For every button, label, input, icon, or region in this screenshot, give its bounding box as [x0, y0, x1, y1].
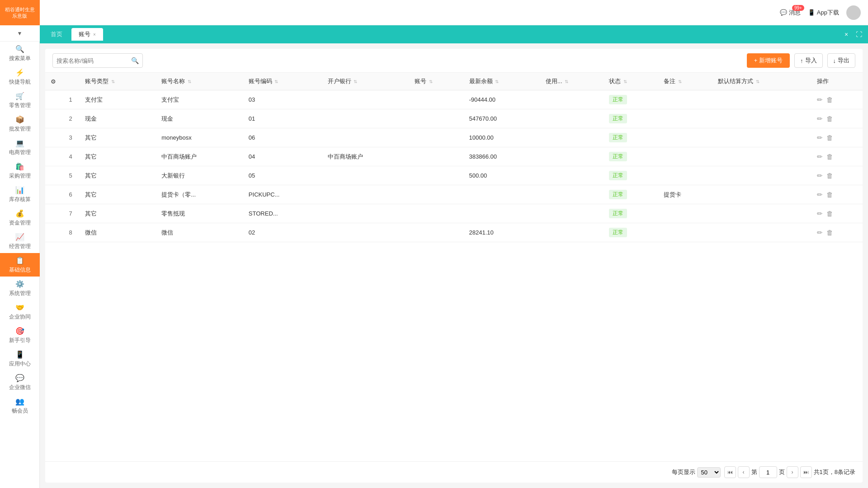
tab-account[interactable]: 账号×	[71, 28, 103, 41]
row-type-5: 其它	[80, 185, 156, 204]
delete-btn-5[interactable]: 🗑	[826, 191, 833, 198]
sidebar-item-ecommerce-mgmt[interactable]: 💻 电商管理	[0, 136, 40, 159]
sidebar-item-enterprise-agreement[interactable]: 🤝 企业协同	[0, 300, 40, 324]
close-window-button[interactable]: ×	[841, 29, 852, 40]
enterprise-wechat-icon: 💬	[15, 374, 24, 382]
col-balance[interactable]: 最新余额 ⇅	[464, 73, 540, 90]
row-default-payment-2	[712, 128, 811, 147]
row-default-payment-3	[712, 147, 811, 166]
sidebar-item-sys-mgmt[interactable]: ⚙️ 系统管理	[0, 277, 40, 300]
edit-btn-0[interactable]: ✏	[817, 96, 823, 104]
last-page-button[interactable]: ⏭	[800, 466, 812, 478]
toolbar: 🔍 + 新增账号 ↑ 导入 ↓ 导出	[45, 49, 863, 73]
sidebar-item-wholesale-mgmt[interactable]: 📦 批发管理	[0, 112, 40, 136]
row-bank-2	[322, 128, 410, 147]
basic-info-icon: 📋	[15, 256, 24, 265]
delete-btn-0[interactable]: 🗑	[826, 96, 833, 103]
col-type[interactable]: 账号类型 ⇅	[80, 73, 156, 90]
user-avatar[interactable]	[846, 5, 861, 20]
row-remark-1	[658, 109, 712, 128]
search-input[interactable]	[57, 57, 128, 64]
sidebar-dropdown[interactable]: ▼	[0, 25, 40, 42]
row-type-6: 其它	[80, 204, 156, 223]
row-remark-2	[658, 128, 712, 147]
search-box[interactable]: 🔍	[52, 53, 143, 68]
sidebar-item-app-center[interactable]: 📱 应用中心	[0, 347, 40, 371]
row-actions-1: ✏ 🗑	[811, 109, 863, 128]
prev-page-button[interactable]: ‹	[738, 466, 750, 478]
row-status-1: 正常	[604, 109, 658, 128]
sidebar-item-purchase-mgmt[interactable]: 🛍️ 采购管理	[0, 159, 40, 183]
sidebar-item-basic-info[interactable]: 📋 基础信息	[0, 253, 40, 277]
delete-btn-1[interactable]: 🗑	[826, 115, 833, 122]
col-name[interactable]: 账号名称 ⇅	[156, 73, 243, 90]
sidebar-item-operations-mgmt[interactable]: 📈 经营管理	[0, 230, 40, 253]
edit-btn-2[interactable]: ✏	[817, 134, 823, 142]
edit-btn-5[interactable]: ✏	[817, 191, 823, 199]
row-actions-5: ✏ 🗑	[811, 185, 863, 204]
edit-btn-7[interactable]: ✏	[817, 229, 823, 237]
sidebar-item-capital-mgmt[interactable]: 💰 资金管理	[0, 206, 40, 230]
sidebar-item-retail-mgmt[interactable]: 🛒 零售管理	[0, 89, 40, 112]
col-bank[interactable]: 开户银行 ⇅	[322, 73, 410, 90]
sidebar-item-quick-nav[interactable]: ⚡ 快捷导航	[0, 65, 40, 89]
col-settings[interactable]: ⚙	[45, 73, 61, 90]
sidebar-item-enterprise-wechat[interactable]: 💬 企业微信	[0, 371, 40, 394]
row-code-1: 01	[243, 109, 322, 128]
row-balance-5	[464, 185, 540, 204]
app-center-label: 应用中心	[9, 360, 31, 368]
operations-mgmt-icon: 📈	[15, 233, 24, 241]
row-usage-6	[540, 204, 604, 223]
col-default-payment[interactable]: 默认结算方式 ⇅	[712, 73, 811, 90]
sidebar-item-search-menu[interactable]: 🔍 搜索菜单	[0, 42, 40, 65]
tab-action-buttons: × ⛶	[841, 29, 864, 40]
col-status[interactable]: 状态 ⇅	[604, 73, 658, 90]
sidebar-item-member[interactable]: 👥 畅会员	[0, 394, 40, 418]
quick-nav-icon: ⚡	[15, 68, 24, 77]
wholesale-mgmt-label: 批发管理	[9, 125, 31, 133]
delete-btn-7[interactable]: 🗑	[826, 229, 833, 236]
delete-btn-4[interactable]: 🗑	[826, 172, 833, 179]
row-remark-4	[658, 166, 712, 185]
row-balance-0: -90444.00	[464, 90, 540, 109]
sidebar-item-newbie-guide[interactable]: 🎯 新手引导	[0, 324, 40, 347]
row-num-7: 8	[61, 223, 80, 242]
row-status-4: 正常	[604, 166, 658, 185]
delete-btn-6[interactable]: 🗑	[826, 210, 833, 217]
next-page-button[interactable]: ›	[787, 466, 798, 478]
per-page-select[interactable]: 50 100 200	[697, 467, 721, 478]
table-row: 6 其它 提货卡（零... PICKUPC... 正常 提货卡 ✏ 🗑	[45, 185, 863, 204]
edit-btn-4[interactable]: ✏	[817, 172, 823, 180]
app-download-button[interactable]: 📱 App下载	[808, 9, 839, 17]
row-default-payment-4	[712, 166, 811, 185]
table-header-row: ⚙ 账号类型 ⇅ 账号名称 ⇅ 账号编码 ⇅ 开户银行 ⇅ 账号 ⇅ 最新余额 …	[45, 73, 863, 90]
tab-home[interactable]: 首页	[43, 28, 70, 41]
first-page-button[interactable]: ⏮	[724, 466, 736, 478]
maximize-window-button[interactable]: ⛶	[854, 29, 864, 40]
delete-btn-3[interactable]: 🗑	[826, 153, 833, 160]
edit-btn-6[interactable]: ✏	[817, 210, 823, 218]
col-code[interactable]: 账号编码 ⇅	[243, 73, 322, 90]
col-remark[interactable]: 备注 ⇅	[658, 73, 712, 90]
row-bank-3: 中百商场账户	[322, 147, 410, 166]
edit-btn-1[interactable]: ✏	[817, 115, 823, 123]
col-usage[interactable]: 使用... ⇅	[540, 73, 604, 90]
row-settings-2	[45, 128, 61, 147]
row-status-5: 正常	[604, 185, 658, 204]
row-status-6: 正常	[604, 204, 658, 223]
edit-btn-3[interactable]: ✏	[817, 153, 823, 161]
sidebar-item-inventory[interactable]: 📊 库存核算	[0, 183, 40, 206]
search-icon: 🔍	[131, 57, 139, 64]
export-button[interactable]: ↓ 导出	[827, 53, 856, 68]
accounts-table: ⚙ 账号类型 ⇅ 账号名称 ⇅ 账号编码 ⇅ 开户银行 ⇅ 账号 ⇅ 最新余额 …	[45, 73, 863, 242]
new-account-button[interactable]: + 新增账号	[747, 53, 790, 68]
import-button[interactable]: ↑ 导入	[794, 53, 823, 68]
delete-btn-2[interactable]: 🗑	[826, 134, 833, 141]
logo-text: 稻谷通时生意 乐意版	[5, 6, 35, 19]
pagination-nav: ⏮ ‹ 第 页 › ⏭ 共1页，8条记录	[724, 466, 855, 478]
col-account[interactable]: 账号 ⇅	[409, 73, 463, 90]
current-page-input[interactable]	[759, 466, 777, 478]
tab-close-account[interactable]: ×	[93, 32, 96, 37]
row-type-2: 其它	[80, 128, 156, 147]
message-button[interactable]: 💬 消息 99+	[780, 9, 801, 17]
